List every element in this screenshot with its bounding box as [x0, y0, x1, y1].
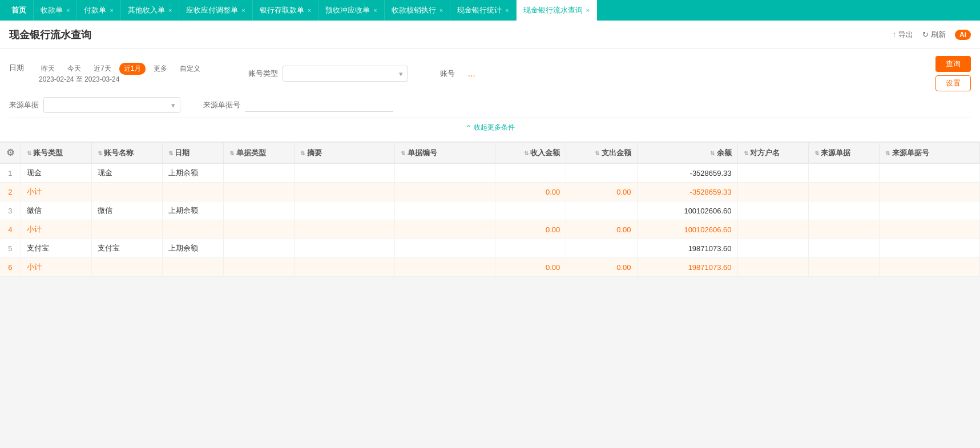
table-row[interactable]: 3微信微信上期余额100102606.60: [0, 201, 980, 220]
close-icon[interactable]: ×: [439, 7, 443, 14]
row-summary: [295, 220, 395, 239]
row-account-name: 现金: [91, 163, 162, 183]
row-source-doc-no: [879, 163, 979, 183]
row-account-type: 现金: [21, 163, 91, 183]
date-btn-1month[interactable]: 近1月: [119, 63, 146, 75]
source-doc-no-input[interactable]: [245, 98, 393, 112]
close-icon[interactable]: ×: [308, 7, 311, 14]
row-expense: [566, 163, 637, 183]
nav-tab-xianjinyinhangtongji[interactable]: 现金银行统计 ×: [450, 0, 516, 21]
row-summary: [295, 239, 395, 258]
home-label: 首页: [11, 5, 26, 15]
table-body: 1现金现金上期余额-3528659.332小计0.000.00-3528659.…: [0, 163, 980, 277]
date-options: 昨天 今天 近7天 近1月 更多 自定义: [37, 63, 205, 75]
th-income-sort-icon: ⇅: [524, 150, 529, 156]
close-icon[interactable]: ×: [373, 7, 377, 14]
table-row[interactable]: 1现金现金上期余额-3528659.33: [0, 163, 980, 183]
table-container: ⚙ ⇅ 账号类型 ⇅ 账号名称 ⇅ 日期 ⇅ 单据类型: [0, 142, 980, 277]
row-account-type: 小计: [21, 220, 91, 239]
th-date[interactable]: ⇅ 日期: [162, 143, 223, 164]
th-source-doc-no[interactable]: ⇅ 来源单据号: [879, 143, 979, 164]
th-summary[interactable]: ⇅ 摘要: [295, 143, 395, 164]
row-counterparty: [737, 183, 808, 201]
th-expense-sort-icon: ⇅: [595, 150, 599, 156]
row-source-doc-no: [879, 258, 979, 277]
nav-tab-yushouhuanying[interactable]: 预收冲应收单 ×: [318, 0, 384, 21]
table-row[interactable]: 6小计0.000.0019871073.60: [0, 258, 980, 277]
nav-tab-yingshouyingfutiaozheng[interactable]: 应收应付调整单 ×: [179, 0, 252, 21]
close-icon[interactable]: ×: [241, 7, 245, 14]
th-settings[interactable]: ⚙: [0, 143, 21, 164]
nav-home[interactable]: 首页: [5, 0, 34, 21]
row-doc-type: [223, 220, 294, 239]
row-source-doc-no: [879, 239, 979, 258]
th-balance[interactable]: ⇅ 余额: [637, 143, 737, 164]
filter-row-date: 日期 昨天 今天 近7天 近1月 更多 自定义 2023-02-24 至 202…: [9, 56, 971, 91]
collapse-bar[interactable]: ⌃ 收起更多条件: [9, 120, 971, 135]
th-source-doc[interactable]: ⇅ 来源单据: [808, 143, 879, 164]
close-icon[interactable]: ×: [66, 7, 70, 14]
source-doc-select[interactable]: ▾: [43, 97, 180, 113]
nav-tab-xianjinyinhangliushui[interactable]: 现金银行流水查询 ×: [517, 0, 597, 21]
date-btn-custom[interactable]: 自定义: [175, 63, 205, 75]
row-account-type: 小计: [21, 258, 91, 277]
nav-tab-qitahourudan[interactable]: 其他收入单 ×: [121, 0, 179, 21]
source-doc-filter: 来源单据 ▾: [9, 97, 180, 113]
th-account-name[interactable]: ⇅ 账号名称: [91, 143, 162, 164]
close-icon[interactable]: ×: [586, 7, 590, 14]
row-source-doc-no: [879, 201, 979, 220]
date-btn-7days[interactable]: 近7天: [89, 63, 116, 75]
collapse-label: 收起更多条件: [474, 123, 515, 132]
th-doc-no[interactable]: ⇅ 单据编号: [395, 143, 495, 164]
account-dots[interactable]: ...: [467, 68, 475, 79]
date-btn-more[interactable]: 更多: [149, 63, 172, 75]
query-button[interactable]: 查询: [935, 56, 971, 72]
row-doc-type: [223, 239, 294, 258]
chevron-down-icon: ▾: [171, 101, 175, 110]
account-type-select[interactable]: ▾: [283, 66, 408, 82]
row-date: [162, 183, 223, 201]
row-balance: 19871073.60: [637, 239, 737, 258]
row-no: 4: [0, 220, 21, 239]
date-btn-today[interactable]: 今天: [63, 63, 86, 75]
close-icon[interactable]: ×: [110, 7, 113, 14]
settings-icon[interactable]: ⚙: [6, 148, 14, 158]
ai-badge[interactable]: Ai: [955, 30, 971, 40]
row-doc-no: [395, 258, 495, 277]
close-icon[interactable]: ×: [505, 7, 509, 14]
row-expense: 0.00: [566, 258, 637, 277]
row-expense: [566, 239, 637, 258]
account-label: 账号: [440, 68, 463, 79]
th-account-type[interactable]: ⇅ 账号类型: [21, 143, 91, 164]
row-no: 1: [0, 163, 21, 183]
row-no: 5: [0, 239, 21, 258]
nav-tab-shoukuanxiaoxiao[interactable]: 收款核销执行 ×: [385, 0, 450, 21]
refresh-button[interactable]: ↻ 刷新: [922, 30, 946, 40]
nav-bar: 首页 收款单 × 付款单 × 其他收入单 × 应收应付调整单 × 银行存取款单 …: [0, 0, 980, 21]
date-btn-yesterday[interactable]: 昨天: [37, 63, 59, 75]
source-doc-label: 来源单据: [9, 100, 39, 110]
row-source-doc: [808, 163, 879, 183]
row-expense: [566, 201, 637, 220]
th-doc-type[interactable]: ⇅ 单据类型: [223, 143, 294, 164]
row-account-name: [91, 183, 162, 201]
nav-tab-fukuandan[interactable]: 付款单 ×: [77, 0, 120, 21]
close-icon[interactable]: ×: [168, 7, 172, 14]
row-summary: [295, 201, 395, 220]
nav-tab-yinhangcunqukuan[interactable]: 银行存取款单 ×: [253, 0, 318, 21]
data-table: ⚙ ⇅ 账号类型 ⇅ 账号名称 ⇅ 日期 ⇅ 单据类型: [0, 142, 980, 277]
settings-button[interactable]: 设置: [935, 75, 971, 91]
th-doc-type-sort-icon: ⇅: [229, 150, 234, 156]
row-date: [162, 258, 223, 277]
table-row[interactable]: 5支付宝支付宝上期余额19871073.60: [0, 239, 980, 258]
th-counterparty[interactable]: ⇅ 对方户名: [737, 143, 808, 164]
filter-area: 日期 昨天 今天 近7天 近1月 更多 自定义 2023-02-24 至 202…: [0, 49, 980, 142]
th-income[interactable]: ⇅ 收入金额: [495, 143, 566, 164]
nav-tab-shoukuandan[interactable]: 收款单 ×: [34, 0, 77, 21]
th-expense[interactable]: ⇅ 支出金额: [566, 143, 637, 164]
row-doc-no: [395, 220, 495, 239]
row-account-name: 支付宝: [91, 239, 162, 258]
table-row[interactable]: 2小计0.000.00-3528659.33: [0, 183, 980, 201]
table-row[interactable]: 4小计0.000.00100102606.60: [0, 220, 980, 239]
export-button[interactable]: ↑ 导出: [893, 30, 914, 40]
